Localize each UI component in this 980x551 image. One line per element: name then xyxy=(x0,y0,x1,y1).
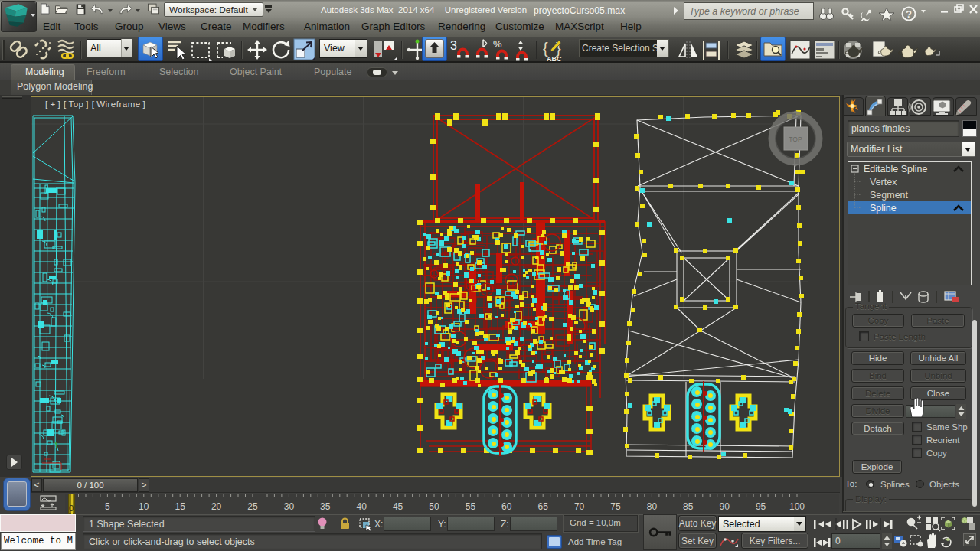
svg-text:Segment: Segment xyxy=(870,190,909,201)
svg-text:Spline: Spline xyxy=(870,203,897,214)
svg-text:40: 40 xyxy=(357,501,368,512)
svg-text:55: 55 xyxy=(466,501,476,512)
svg-text:{: { xyxy=(543,40,548,57)
svg-text:70: 70 xyxy=(574,501,585,512)
svg-text:30: 30 xyxy=(284,501,295,512)
svg-text:85: 85 xyxy=(683,501,694,512)
svg-text:50: 50 xyxy=(429,501,439,512)
svg-text:35: 35 xyxy=(320,501,331,512)
svg-text:Vertex: Vertex xyxy=(870,177,897,187)
svg-text:90: 90 xyxy=(720,501,730,512)
svg-text:3: 3 xyxy=(450,39,457,52)
svg-text:5: 5 xyxy=(105,501,110,512)
svg-text:75: 75 xyxy=(610,501,621,512)
svg-text:65: 65 xyxy=(538,501,549,512)
svg-text:?: ? xyxy=(906,8,912,20)
svg-text:80: 80 xyxy=(647,501,658,512)
svg-text:TOP: TOP xyxy=(789,135,802,143)
svg-text:60: 60 xyxy=(501,501,512,512)
svg-text:100: 100 xyxy=(789,501,805,512)
svg-text:25: 25 xyxy=(247,501,258,512)
svg-text:95: 95 xyxy=(756,501,766,512)
svg-text:%: % xyxy=(493,38,502,50)
svg-text:15: 15 xyxy=(175,501,186,512)
svg-text:ABC: ABC xyxy=(547,55,562,62)
svg-text:Editable Spline: Editable Spline xyxy=(864,164,927,174)
svg-text:20: 20 xyxy=(211,501,222,512)
svg-text:45: 45 xyxy=(393,501,403,512)
svg-text:10: 10 xyxy=(139,501,149,512)
